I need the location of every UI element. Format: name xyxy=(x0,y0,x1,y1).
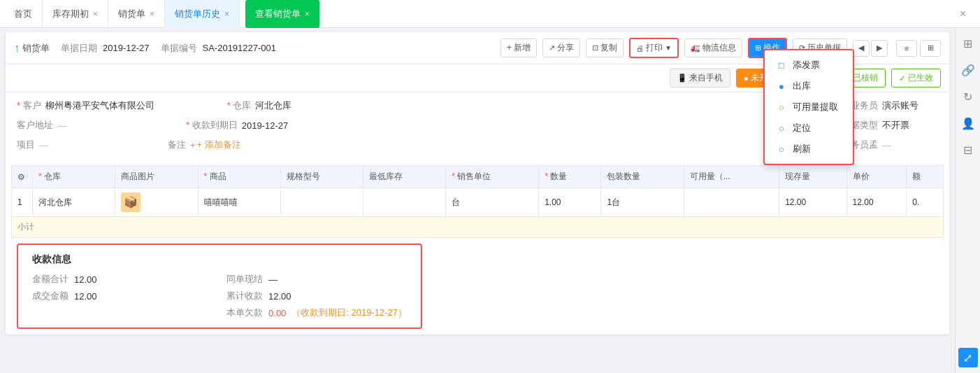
add-button[interactable]: + 新增 xyxy=(500,38,537,57)
col-product-img: 商品图片 xyxy=(115,166,198,188)
dropdown-position[interactable]: ○ 定位 xyxy=(765,118,853,139)
sidebar-settings-icon[interactable]: ⊟ xyxy=(958,140,978,160)
payment-info-panel: 收款信息 金额合计 12.00 同单现结 — 成交金额 12.00 xyxy=(17,244,422,329)
nav-next[interactable]: ▶ xyxy=(871,40,888,57)
settle-label: 同单现结 xyxy=(226,273,263,286)
number-label: 单据编号 xyxy=(161,42,197,55)
total-label: 金额合计 xyxy=(32,273,69,286)
payment-info-title: 收款信息 xyxy=(32,253,407,266)
subtotal-row: 小计 xyxy=(12,217,944,238)
address-value: — xyxy=(57,120,113,131)
date-label: 单据日期 xyxy=(61,42,97,55)
tab-stock-init-close[interactable]: × xyxy=(93,9,98,19)
tab-stock-init[interactable]: 库存期初 × xyxy=(43,0,108,28)
owed-value: 0.00 xyxy=(268,308,286,318)
settle-value: — xyxy=(268,274,278,285)
add-note-icon: + xyxy=(190,140,196,150)
project-label: 项目 xyxy=(17,139,35,151)
cell-seq: 1 xyxy=(12,188,33,217)
operations-dropdown: □ 添发票 ● 出库 ○ 可用量提取 ○ 定位 ○ 刷新 xyxy=(763,49,854,165)
deal-value: 12.00 xyxy=(74,291,97,302)
dropdown-outbound[interactable]: ● 出库 xyxy=(765,76,853,97)
col-product: * 商品 xyxy=(198,166,280,188)
salesperson-field: 业务员 演示账号 xyxy=(851,99,938,112)
not-opened-icon: ● xyxy=(744,73,749,83)
number-value: SA-20191227-001 xyxy=(203,43,277,53)
cell-unit-price: 12.00 xyxy=(846,188,907,217)
sidebar-grid-icon[interactable]: ⊞ xyxy=(958,34,978,53)
share-button[interactable]: ↗ 分享 xyxy=(542,38,580,57)
copy-button[interactable]: ⊡ 复制 xyxy=(586,38,624,57)
product-table: ⚙ * 仓库 商品图片 * 商品 规格型号 最低库存 * 销售单位 * 数量 包… xyxy=(11,165,944,238)
col-available: 可用量（... xyxy=(684,166,779,188)
document-type-label: 销货单 xyxy=(22,42,50,55)
logistics-button[interactable]: 🚛 物流信息 xyxy=(684,38,742,57)
from-mobile-btn[interactable]: 📱 来自手机 xyxy=(670,69,730,87)
total-value: 12.00 xyxy=(74,274,97,285)
product-table-wrapper: ⚙ * 仓库 商品图片 * 商品 规格型号 最低库存 * 销售单位 * 数量 包… xyxy=(6,165,949,238)
cell-unit: 台 xyxy=(446,188,539,217)
position-icon: ○ xyxy=(776,122,787,134)
cell-pack-qty: 1台 xyxy=(601,188,684,217)
dropdown-available-qty[interactable]: ○ 可用量提取 xyxy=(765,97,853,118)
tab-sales-order-label: 销货单 xyxy=(118,8,145,20)
effective-btn[interactable]: ✓ 已生效 xyxy=(891,69,941,87)
add-note-label: + 添加备注 xyxy=(197,139,241,151)
list-view-btn[interactable]: ≡ xyxy=(896,40,917,57)
warehouse-field: * 仓库 河北仓库 xyxy=(227,99,312,112)
payment-date-value: 2019-12-27 xyxy=(242,120,298,131)
payment-date-field: * 收款到期日 2019-12-27 xyxy=(186,119,298,132)
close-all-button[interactable]: × xyxy=(953,8,973,20)
warehouse-value: 河北仓库 xyxy=(255,99,311,112)
address-label: 客户地址 xyxy=(17,119,53,132)
tab-sales-order-close[interactable]: × xyxy=(150,9,154,19)
document-number-meta: 单据编号 SA-20191227-001 xyxy=(161,42,277,55)
print-button[interactable]: 🖨 打印 ▼ xyxy=(629,38,679,58)
tab-bar: 首页 库存期初 × 销货单 × 销货单历史 × 查看销货单 × × xyxy=(0,0,980,28)
col-min-stock: 最低库存 xyxy=(363,166,446,188)
salesperson-value: 演示账号 xyxy=(882,99,938,112)
tab-view-sales-close[interactable]: × xyxy=(305,9,310,19)
notes-field: 备注 + + 添加备注 xyxy=(168,139,241,151)
customer-value: 柳州粤港平安气体有限公司 xyxy=(45,99,154,112)
available-qty-label: 可用量提取 xyxy=(793,101,838,113)
dropdown-refresh[interactable]: ○ 刷新 xyxy=(765,139,853,160)
cell-product-img: 📦 xyxy=(115,188,198,217)
sidebar-expand-icon[interactable]: ⤢ xyxy=(958,348,978,367)
outbound-label: 出库 xyxy=(793,80,811,92)
tab-sales-history-close[interactable]: × xyxy=(224,9,229,19)
payment-row-deal: 成交金额 12.00 xyxy=(32,290,212,302)
sidebar-user-icon[interactable]: 👤 xyxy=(958,113,978,133)
cell-warehouse: 河北仓库 xyxy=(33,188,115,217)
outbound-icon: ● xyxy=(776,80,787,92)
grid-view-btn[interactable]: ⊞ xyxy=(920,40,941,57)
cell-quantity: 1.00 xyxy=(539,188,601,217)
collected-label: 累计收款 xyxy=(226,290,263,302)
tab-view-sales[interactable]: 查看销货单 × xyxy=(245,0,320,28)
refresh-icon: ○ xyxy=(776,143,787,155)
cell-product: 嘻嘻嘻嘻 xyxy=(198,188,280,217)
doc-type-icon: ↑ xyxy=(14,42,20,55)
col-amount: 额 xyxy=(907,166,944,188)
sidebar-refresh-icon[interactable]: ↻ xyxy=(958,87,978,106)
col-settings[interactable]: ⚙ xyxy=(12,166,33,188)
available-qty-icon: ○ xyxy=(776,101,787,113)
refresh-label: 刷新 xyxy=(793,143,811,155)
dropdown-add-invoice[interactable]: □ 添发票 xyxy=(765,55,853,76)
ticket-type-value: 不开票 xyxy=(882,119,938,132)
from-mobile-label: 来自手机 xyxy=(689,72,723,84)
verified-label: 已核销 xyxy=(853,72,878,84)
subtotal-label: 小计 xyxy=(12,217,944,238)
warehouse-label: * 仓库 xyxy=(227,99,252,112)
table-header-row: ⚙ * 仓库 商品图片 * 商品 规格型号 最低库存 * 销售单位 * 数量 包… xyxy=(12,166,944,188)
add-label: + 新增 xyxy=(507,42,531,54)
tab-sales-order[interactable]: 销货单 × xyxy=(108,0,165,28)
add-note-button[interactable]: + + 添加备注 xyxy=(190,139,241,151)
document-date-meta: 单据日期 2019-12-27 xyxy=(61,42,150,55)
sidebar-link-icon[interactable]: 🔗 xyxy=(958,60,978,80)
tab-sales-history-label: 销货单历史 xyxy=(175,8,220,20)
tab-sales-history[interactable]: 销货单历史 × xyxy=(165,0,240,28)
tab-home[interactable]: 首页 xyxy=(7,0,43,28)
deal-label: 成交金额 xyxy=(32,290,69,302)
nav-prev[interactable]: ◀ xyxy=(853,40,870,57)
